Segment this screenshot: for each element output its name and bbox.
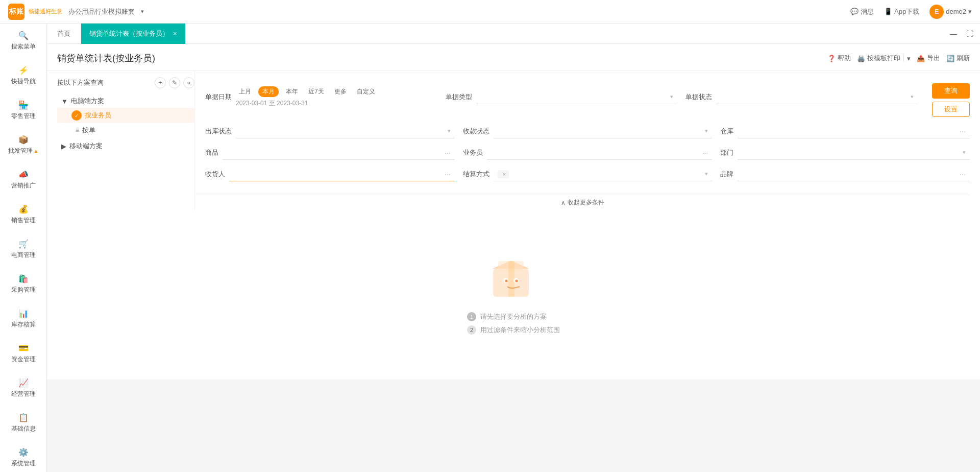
filter-salesperson: 业务员 ··· bbox=[463, 146, 713, 160]
date-control: 上月 本月 本年 近7天 更多 自定义 2023-03-01 至 20 bbox=[236, 86, 437, 108]
sidebar-item-wholesale[interactable]: 📦 批发管理▲ bbox=[0, 128, 46, 162]
goods-dots[interactable]: ··· bbox=[445, 149, 451, 157]
collapse-btn-label: 收起更多条件 bbox=[568, 198, 604, 207]
date-tab-more[interactable]: 更多 bbox=[331, 86, 350, 97]
warehouse-dots[interactable]: ··· bbox=[960, 127, 966, 135]
date-tab-7days[interactable]: 近7天 bbox=[305, 86, 327, 97]
sidebar-item-ops[interactable]: 📈 经营管理 bbox=[0, 371, 46, 406]
app-download-btn[interactable]: 📱 App下载 bbox=[884, 7, 919, 16]
receive-status-control[interactable]: ▾ bbox=[494, 124, 713, 138]
scheme-item-salesperson[interactable]: ✓ 按业务员 bbox=[57, 108, 194, 123]
date-tab-this-month[interactable]: 本月 bbox=[258, 86, 279, 97]
refresh-btn[interactable]: 🔄 刷新 bbox=[946, 54, 970, 63]
scheme-item-by-order[interactable]: ≡ 按单 bbox=[57, 123, 194, 137]
settings-button[interactable]: 设置 bbox=[932, 102, 970, 117]
filter-section: 按以下方案查询 + ✎ « ▼ bbox=[47, 71, 980, 210]
sidebar-item-purchase[interactable]: 🛍️ 采购管理 bbox=[0, 267, 46, 301]
filter-dept: 部门 ▾ bbox=[720, 146, 970, 160]
mobile-scheme-group: ▶ 移动端方案 bbox=[57, 139, 194, 153]
salesperson-control[interactable]: ··· bbox=[487, 146, 713, 160]
system-icon: ⚙️ bbox=[4, 447, 42, 457]
doc-status-arrow: ▾ bbox=[911, 93, 914, 100]
out-status-arrow: ▾ bbox=[448, 128, 451, 134]
tab-active-report[interactable]: 销货单统计表（按业务员） × bbox=[81, 23, 185, 44]
svg-point-6 bbox=[516, 280, 518, 282]
collapse-scheme-btn[interactable]: « bbox=[183, 77, 194, 88]
desktop-scheme-group: ▼ 电脑端方案 ✓ 按业务员 ≡ 按单 bbox=[57, 95, 194, 137]
collapse-more-btn[interactable]: ∧ 收起更多条件 bbox=[561, 198, 604, 207]
sales-icon: 💰 bbox=[4, 204, 42, 214]
expand-icon: ▼ bbox=[61, 98, 68, 105]
sidebar-item-label: 基础信息 bbox=[4, 424, 42, 433]
sidebar-item-inventory[interactable]: 📊 库存核算 bbox=[0, 301, 46, 336]
doc-type-control[interactable]: ▾ bbox=[476, 90, 678, 104]
sidebar-item-label: 营销推广 bbox=[4, 181, 42, 190]
help-icon: ❓ bbox=[827, 55, 836, 62]
edit-scheme-btn[interactable]: ✎ bbox=[169, 77, 180, 88]
filter-row-4: 收货人 ··· 结算方式 bbox=[205, 167, 970, 181]
message-btn[interactable]: 💬 消息 bbox=[850, 7, 874, 16]
top-bar-left: 标账 畅捷通好生意 办公用品行业模拟账套 ▾ bbox=[8, 4, 144, 20]
date-tab-this-year[interactable]: 本年 bbox=[283, 86, 301, 97]
sidebar-item-sales[interactable]: 💰 销售管理 bbox=[0, 197, 46, 232]
settlement-control[interactable]: × ▾ bbox=[494, 167, 713, 181]
tab-minimize-btn[interactable]: — bbox=[947, 28, 960, 40]
top-bar-title: 办公用品行业模拟账套 bbox=[68, 7, 135, 16]
refresh-icon: 🔄 bbox=[946, 55, 954, 62]
add-scheme-btn[interactable]: + bbox=[155, 77, 166, 88]
recipient-label: 收货人 bbox=[205, 170, 225, 179]
top-bar-right: 💬 消息 📱 App下载 E demo2 ▾ bbox=[850, 5, 972, 19]
salesperson-dots[interactable]: ··· bbox=[702, 149, 708, 157]
settlement-tag: × bbox=[498, 170, 509, 178]
mobile-scheme-title[interactable]: ▶ 移动端方案 bbox=[57, 139, 194, 153]
date-tab-last-month[interactable]: 上月 bbox=[236, 86, 254, 97]
sidebar-item-search[interactable]: 🔍 搜索菜单 bbox=[0, 23, 46, 58]
sidebar-item-retail[interactable]: 🏪 零售管理 bbox=[0, 93, 46, 128]
sidebar-item-quicknav[interactable]: ⚡ 快捷导航 bbox=[0, 58, 46, 93]
logo-icon: 标账 bbox=[8, 4, 24, 20]
logo-abbr-text: 标账 bbox=[9, 7, 23, 16]
empty-illustration bbox=[483, 251, 544, 302]
user-area[interactable]: E demo2 ▾ bbox=[929, 5, 972, 19]
tab-maximize-btn[interactable]: ⛶ bbox=[964, 28, 976, 40]
sidebar-item-system[interactable]: ⚙️ 系统管理 bbox=[0, 440, 46, 472]
filter-row-3: 商品 ··· 业务员 bbox=[205, 146, 970, 160]
print-btn[interactable]: 🖨️ 按模板打印 ▾ bbox=[857, 54, 911, 63]
step-num-2: 2 bbox=[467, 325, 476, 335]
main-area: 🔍 搜索菜单 ⚡ 快捷导航 🏪 零售管理 📦 批发管理▲ 📣 营销推广 💰 bbox=[0, 23, 980, 472]
empty-step1-text: 请先选择要分析的方案 bbox=[480, 312, 547, 321]
logo-app-name: 畅捷通好生意 bbox=[29, 8, 62, 15]
page-title: 销货单统计表(按业务员) bbox=[57, 52, 155, 64]
help-btn[interactable]: ❓ 帮助 bbox=[827, 54, 851, 63]
query-button[interactable]: 查询 bbox=[932, 83, 970, 99]
export-label: 导出 bbox=[927, 54, 940, 63]
settlement-clear-btn[interactable]: × bbox=[503, 171, 506, 177]
sidebar-item-ecommerce[interactable]: 🛒 电商管理 bbox=[0, 232, 46, 267]
recipient-dots[interactable]: ··· bbox=[445, 170, 451, 178]
step-num-1: 1 bbox=[467, 312, 476, 321]
basic-icon: 📋 bbox=[4, 413, 42, 422]
brand-dots[interactable]: ··· bbox=[960, 170, 966, 178]
top-bar-dropdown[interactable]: ▾ bbox=[141, 8, 144, 15]
ecommerce-icon: 🛒 bbox=[4, 239, 42, 249]
dept-control[interactable]: ▾ bbox=[738, 146, 970, 160]
scheme-actions: + ✎ « bbox=[155, 77, 194, 88]
sidebar-item-marketing[interactable]: 📣 营销推广 bbox=[0, 162, 46, 197]
warehouse-control[interactable]: ··· bbox=[738, 124, 970, 138]
print-sep bbox=[903, 55, 904, 62]
goods-control[interactable]: ··· bbox=[223, 146, 455, 160]
tab-close-btn[interactable]: × bbox=[173, 30, 177, 37]
desktop-scheme-title[interactable]: ▼ 电脑端方案 bbox=[57, 95, 194, 108]
sidebar-item-finance[interactable]: 💳 资金管理 bbox=[0, 336, 46, 371]
out-status-control[interactable]: ▾ bbox=[236, 124, 455, 138]
doc-status-control[interactable]: ▾ bbox=[716, 90, 918, 104]
recipient-control[interactable]: ··· bbox=[229, 167, 455, 181]
date-tab-custom[interactable]: 自定义 bbox=[354, 86, 378, 97]
filter-doc-status: 单据状态 ▾ bbox=[685, 90, 918, 104]
tab-home[interactable]: 首页 bbox=[47, 23, 81, 44]
export-btn[interactable]: 📤 导出 bbox=[917, 54, 940, 63]
sidebar-item-basic[interactable]: 📋 基础信息 bbox=[0, 406, 46, 440]
brand-control[interactable]: ··· bbox=[738, 167, 970, 181]
mobile-scheme-label: 移动端方案 bbox=[69, 141, 103, 151]
empty-step-1: 1 请先选择要分析的方案 bbox=[467, 312, 560, 321]
